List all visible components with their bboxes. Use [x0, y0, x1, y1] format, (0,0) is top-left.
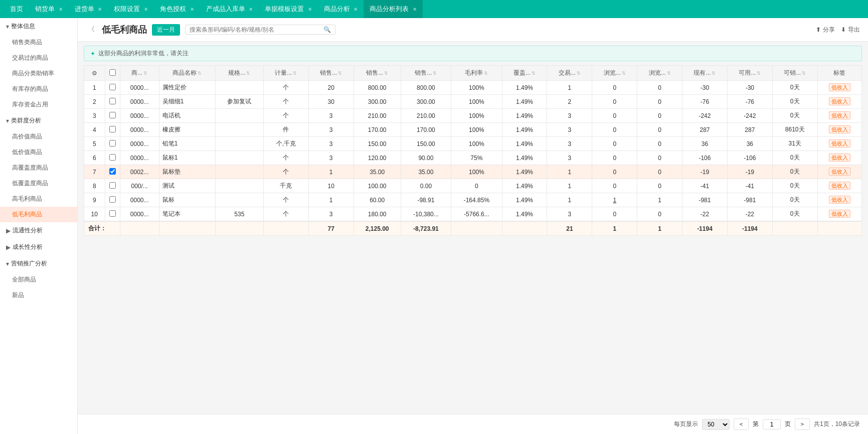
row-checkbox[interactable] [105, 165, 120, 179]
prev-page-btn[interactable]: ＜ [734, 418, 749, 430]
nav-product-analysis-list[interactable]: 商品分析列表 ✕ [364, 0, 423, 18]
sidebar-item-high-coverage[interactable]: 高覆盖度商品 [0, 160, 77, 176]
col-name-header[interactable]: 商品名称⇅ [159, 66, 215, 81]
row-name[interactable]: 鼠标1 [159, 151, 215, 165]
totals-unit [263, 221, 308, 236]
row-checkbox[interactable] [105, 207, 120, 222]
row-checkbox[interactable] [105, 179, 120, 193]
sidebar-item-low-margin[interactable]: 低毛利商品 [0, 207, 77, 222]
nav-close-template[interactable]: ✕ [308, 7, 312, 12]
row-checkbox[interactable] [105, 109, 120, 123]
nav-role-auth[interactable]: 角色授权 ✕ [154, 0, 200, 18]
sidebar-item-stock-capital[interactable]: 库存资金占用 [0, 97, 77, 112]
row-sales-amount: 150.00 [401, 137, 451, 151]
sidebar-section-overall[interactable]: ▾ 整体信息 [0, 18, 77, 35]
sidebar-item-low-value[interactable]: 低价值商品 [0, 144, 77, 160]
row-browse1: 0 [592, 81, 637, 95]
row-saleable: 0天 [772, 81, 817, 95]
next-page-btn[interactable]: ＞ [795, 418, 810, 430]
row-sales-qty: 30 [308, 95, 354, 109]
col-spec-header[interactable]: 规格...⇅ [215, 66, 263, 81]
nav-close-analysis[interactable]: ✕ [354, 7, 358, 12]
row-checkbox[interactable] [105, 193, 120, 207]
nav-close-role[interactable]: ✕ [190, 7, 194, 12]
col-transaction-header[interactable]: 交易...⇅ [547, 66, 592, 81]
sidebar-item-category-rate[interactable]: 商品分类助销率 [0, 66, 77, 81]
col-unit-header[interactable]: 计量...⇅ [263, 66, 308, 81]
col-current-header[interactable]: 现有...⇅ [682, 66, 728, 81]
sidebar: ▾ 整体信息 销售类商品 交易过的商品 商品分类助销率 有库存的商品 库存资金占… [0, 18, 78, 434]
col-browse2-header[interactable]: 浏览...⇅ [637, 66, 682, 81]
row-browse1[interactable]: 1 [592, 193, 637, 207]
sidebar-item-new-products[interactable]: 新品 [0, 287, 77, 303]
table-container[interactable]: ⚙ 商...⇅ 商品名称⇅ 规格...⇅ 计量...⇅ 销售...⇅ 销售...… [78, 65, 868, 414]
nav-product-analysis[interactable]: 商品分析 ✕ [318, 0, 364, 18]
row-name[interactable]: 吴细细1 [159, 95, 215, 109]
nav-close-product[interactable]: ✕ [249, 7, 253, 12]
totals-name [159, 221, 215, 236]
row-checkbox[interactable] [105, 123, 120, 137]
col-available-header[interactable]: 可用...⇅ [727, 66, 772, 81]
row-saleable: 31天 [772, 137, 817, 151]
col-coverage-header[interactable]: 覆盖...⇅ [502, 66, 547, 81]
col-gross-rate-header[interactable]: 毛利率⇅ [451, 66, 502, 81]
nav-purchase-order[interactable]: 进货单 ✕ [69, 0, 108, 18]
sidebar-item-in-stock[interactable]: 有库存的商品 [0, 81, 77, 97]
export-button[interactable]: ⬇ 导出 [841, 26, 860, 34]
row-name[interactable]: 铅笔1 [159, 137, 215, 151]
sidebar-item-high-margin[interactable]: 高毛利商品 [0, 191, 77, 207]
sidebar-item-sales-products[interactable]: 销售类商品 [0, 35, 77, 50]
row-settings: 6 [84, 151, 105, 165]
sidebar-section-cluster[interactable]: ▾ 类群度分析 [0, 112, 77, 129]
row-name[interactable]: 鼠标 [159, 193, 215, 207]
sidebar-item-low-coverage[interactable]: 低覆盖度商品 [0, 176, 77, 191]
per-page-select[interactable]: 50 100 [702, 419, 730, 430]
row-checkbox[interactable] [105, 151, 120, 165]
select-all-checkbox[interactable] [109, 69, 116, 76]
nav-close-analysis-list[interactable]: ✕ [413, 7, 417, 12]
page-number-input[interactable] [763, 419, 781, 429]
sidebar-section-growth[interactable]: ▶ 成长性分析 [0, 239, 77, 255]
col-code-header[interactable]: 商...⇅ [120, 66, 159, 81]
row-name[interactable]: 测试 [159, 179, 215, 193]
totals-code [120, 221, 159, 236]
row-checkbox[interactable] [105, 81, 120, 95]
nav-home[interactable]: 首页 [4, 0, 29, 18]
row-checkbox[interactable] [105, 137, 120, 151]
col-saleable-header[interactable]: 可销...⇅ [772, 66, 817, 81]
sidebar-item-all-products[interactable]: 全部商品 [0, 272, 77, 287]
col-browse1-header[interactable]: 浏览...⇅ [592, 66, 637, 81]
sidebar-section-marketing[interactable]: ▾ 营销推广分析 [0, 255, 77, 272]
col-sales-price-header[interactable]: 销售...⇅ [354, 66, 401, 81]
row-tag: 低收入 [817, 193, 861, 207]
sidebar-item-traded-products[interactable]: 交易过的商品 [0, 50, 77, 66]
header-actions: ⬆ 分享 ⬇ 导出 [816, 26, 860, 34]
collapse-sidebar-btn[interactable]: 《 [86, 23, 97, 36]
nav-permissions[interactable]: 权限设置 ✕ [108, 0, 154, 18]
row-name[interactable]: 属性定价 [159, 81, 215, 95]
search-input[interactable] [190, 26, 323, 33]
col-checkbox-header[interactable] [105, 66, 120, 81]
col-settings[interactable]: ⚙ [84, 66, 105, 81]
row-browse2: 0 [637, 151, 682, 165]
search-icon[interactable]: 🔍 [323, 26, 331, 33]
nav-close-purchase[interactable]: ✕ [98, 7, 102, 12]
row-checkbox[interactable] [105, 95, 120, 109]
row-name[interactable]: 鼠标垫 [159, 165, 215, 179]
row-name[interactable]: 橡皮擦 [159, 123, 215, 137]
row-name[interactable]: 电话机 [159, 109, 215, 123]
filter-recent-month[interactable]: 近一月 [152, 24, 180, 36]
share-button[interactable]: ⬆ 分享 [816, 26, 835, 34]
nav-sales-order[interactable]: 销货单 ✕ [29, 0, 69, 18]
sidebar-section-circulation[interactable]: ▶ 流通性分析 [0, 222, 77, 239]
col-sales-amount-header[interactable]: 销售...⇅ [401, 66, 451, 81]
row-available: 287 [727, 123, 772, 137]
sidebar-item-high-value[interactable]: 高价值商品 [0, 129, 77, 144]
sort-icon-coverage: ⇅ [532, 71, 536, 76]
col-sales-qty-header[interactable]: 销售...⇅ [308, 66, 354, 81]
nav-close-sales[interactable]: ✕ [59, 7, 63, 12]
row-name[interactable]: 笔记本 [159, 207, 215, 222]
nav-product-entry[interactable]: 产成品入库单 ✕ [200, 0, 259, 18]
nav-close-permissions[interactable]: ✕ [144, 7, 148, 12]
nav-template-settings[interactable]: 单据模板设置 ✕ [259, 0, 318, 18]
